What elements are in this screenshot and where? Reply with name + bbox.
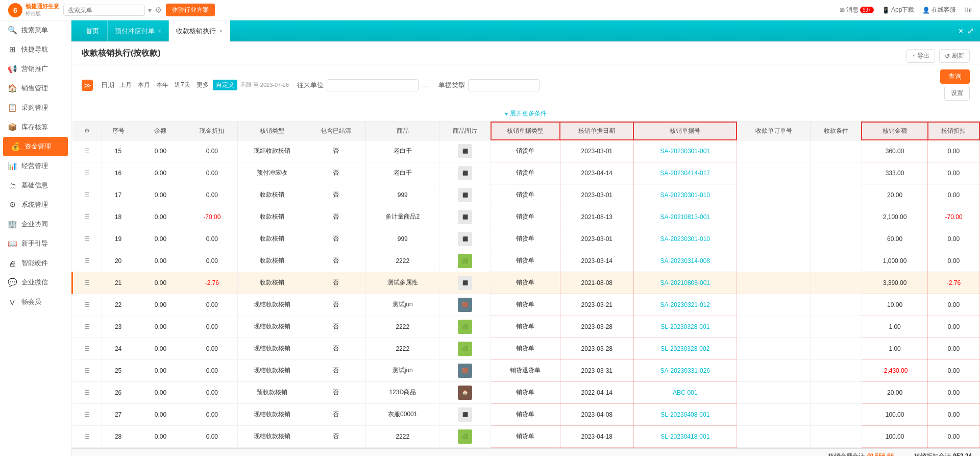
query-button[interactable]: 查询 — [940, 69, 970, 84]
brand-subtitle: 标准版 — [26, 10, 59, 17]
online-service-button[interactable]: 👤 在线客服 — [922, 6, 956, 14]
grid-icon: ⊞ — [7, 45, 17, 54]
gear-cell[interactable]: ☰ — [72, 316, 102, 338]
messages-button[interactable]: ✉ 消息 99+ — [840, 6, 874, 14]
goods-image: ⬛ — [458, 232, 472, 246]
last-7days-btn[interactable]: 近7天 — [173, 80, 192, 90]
ver-amount-cell: 1.00 — [862, 316, 928, 338]
this-year-btn[interactable]: 本年 — [154, 80, 170, 90]
this-month-btn[interactable]: 本月 — [136, 80, 152, 90]
export-button[interactable]: ↑ 导出 — [906, 49, 935, 63]
ver-bill-no-link[interactable]: SA-20230331-026 — [660, 367, 710, 374]
ver-bill-no-link[interactable]: SL-20230328-001 — [660, 323, 709, 330]
expand-more-button[interactable]: ▾ 展开更多条件 — [505, 109, 547, 118]
tab-verification[interactable]: 收款核销执行 × — [169, 20, 230, 42]
gear-cell[interactable]: ☰ — [72, 359, 102, 381]
gear-cell[interactable]: ☰ — [72, 403, 102, 425]
tab-prepay[interactable]: 预付冲应付单 × — [108, 20, 169, 42]
finance-icon: 💰 — [10, 142, 20, 151]
ver-bill-no-link[interactable]: SA-20210813-001 — [660, 213, 710, 221]
ver-bill-no-link[interactable]: SL-20230328-002 — [660, 345, 709, 352]
ver-discount-cell: 0.00 — [928, 359, 979, 381]
ver-bill-date-cell: 2023-04-18 — [560, 425, 633, 447]
sidebar-item-marketing[interactable]: 📢 营销推广 — [0, 59, 71, 79]
voucher-type-input[interactable] — [468, 79, 540, 91]
sidebar-item-finance[interactable]: 💰 资金管理 — [3, 137, 68, 156]
app-download-button[interactable]: 📱 App下载 — [882, 6, 914, 14]
user-name[interactable]: Rit — [964, 7, 972, 14]
gear-cell[interactable]: ☰ — [72, 206, 102, 228]
ver-bill-type-cell: 销货单 — [491, 206, 560, 228]
gear-cell[interactable]: ☰ — [72, 184, 102, 206]
tab-home[interactable]: 首页 — [78, 20, 108, 42]
balance-cell: 0.00 — [135, 316, 186, 338]
goods-img-cell: ⬛ — [439, 140, 491, 162]
ver-discount-cell: 0.00 — [928, 338, 979, 359]
from-unit-input[interactable] — [327, 79, 419, 91]
ver-bill-no-link[interactable]: SA-20230301-010 — [660, 191, 710, 199]
sidebar-item-operations[interactable]: 📊 经营管理 — [0, 156, 71, 176]
last-month-btn[interactable]: 上月 — [117, 80, 134, 90]
custom-date-btn[interactable]: 自定义 — [213, 80, 237, 90]
more-date-btn[interactable]: 更多 — [194, 80, 211, 90]
sidebar-item-base[interactable]: 🗂 基础信息 — [0, 176, 71, 195]
gear-cell[interactable]: ☰ — [72, 425, 102, 447]
cash-discount-cell: 0.00 — [186, 381, 238, 403]
gear-cell[interactable]: ☰ — [72, 381, 102, 403]
sidebar-item-guide[interactable]: 📖 新手引导 — [0, 234, 71, 253]
prepay-tab-close-icon[interactable]: × — [158, 28, 161, 35]
ver-bill-no-link[interactable]: SA-20210808-001 — [660, 279, 710, 286]
gear-cell[interactable]: ☰ — [72, 272, 102, 294]
gear-cell[interactable]: ☰ — [72, 228, 102, 250]
cash-discount-cell: 0.00 — [186, 403, 238, 425]
sidebar-item-enterprise[interactable]: 🏢 企业协同 — [0, 214, 71, 234]
ver-bill-no-link[interactable]: SL-20230408-001 — [660, 411, 709, 418]
filter-action-group: 查询 设置 — [940, 69, 970, 101]
settled-cell: 否 — [306, 425, 366, 447]
top-search-input[interactable] — [63, 5, 145, 16]
date-range-text: 不限 至 2023-07-26 — [240, 81, 289, 89]
tab-maximize-button[interactable]: ⤢ — [967, 26, 974, 36]
ver-amount-cell: 3,390.00 — [862, 272, 928, 294]
sidebar-item-sales[interactable]: 🏠 销售管理 — [0, 79, 71, 98]
verification-tab-close-icon[interactable]: × — [219, 28, 223, 35]
cash-discount-cell: 0.00 — [186, 316, 238, 338]
receipt-order-no-cell — [737, 228, 810, 250]
balance-cell: 0.00 — [135, 250, 186, 272]
sidebar-item-shortcut[interactable]: ⊞ 快捷导航 — [0, 40, 71, 59]
gear-column-header[interactable]: ⚙ — [72, 122, 102, 140]
ver-bill-no-link[interactable]: SA-20230321-012 — [660, 301, 710, 308]
ver-bill-no-link[interactable]: ABC-001 — [673, 389, 698, 396]
export-label: 导出 — [917, 52, 929, 60]
ver-bill-no-link[interactable]: SL-20230418-001 — [660, 433, 709, 440]
dropdown-arrow-icon: ▾ — [148, 6, 152, 14]
gear-cell[interactable]: ☰ — [72, 294, 102, 316]
sidebar-item-system[interactable]: ⚙ 系统管理 — [0, 195, 71, 214]
ver-bill-no-link[interactable]: SA-20230414-017 — [660, 170, 710, 177]
row-no: 23 — [102, 316, 135, 338]
filter-expand-button[interactable]: ≫ — [82, 80, 93, 91]
ver-bill-no-link[interactable]: SA-20230301-001 — [660, 148, 710, 155]
row-no: 28 — [102, 425, 135, 447]
sidebar-item-search[interactable]: 🔍 搜索菜单 — [0, 20, 71, 40]
gear-cell[interactable]: ☰ — [72, 140, 102, 162]
goods-img-cell: ⬛ — [439, 403, 491, 425]
sidebar-item-wechat[interactable]: 💬 企业微信 — [0, 273, 71, 292]
sidebar-item-purchase[interactable]: 📋 采购管理 — [0, 98, 71, 117]
tab-close-all-button[interactable]: × — [959, 27, 963, 36]
ver-bill-no-cell: SL-20230408-001 — [633, 403, 737, 425]
sidebar-item-inventory[interactable]: 📦 库存核算 — [0, 117, 71, 137]
goods-cell: 999 — [366, 228, 439, 250]
sidebar-item-hardware[interactable]: 🖨 智能硬件 — [0, 253, 71, 273]
gear-cell[interactable]: ☰ — [72, 162, 102, 184]
ver-bill-no-link[interactable]: SA-20230301-010 — [660, 235, 710, 243]
settings-button[interactable]: 设置 — [944, 86, 970, 101]
refresh-button[interactable]: ↺ 刷新 — [939, 49, 970, 63]
gear-cell[interactable]: ☰ — [72, 250, 102, 272]
gear-icon[interactable]: ⚙ — [155, 5, 162, 15]
trial-button[interactable]: 体验行业方案 — [166, 4, 215, 16]
settled-cell: 否 — [306, 140, 366, 162]
gear-cell[interactable]: ☰ — [72, 338, 102, 359]
ver-bill-no-link[interactable]: SA-20230314-008 — [660, 257, 710, 265]
sidebar-item-vip[interactable]: V 畅会员 — [0, 292, 71, 311]
